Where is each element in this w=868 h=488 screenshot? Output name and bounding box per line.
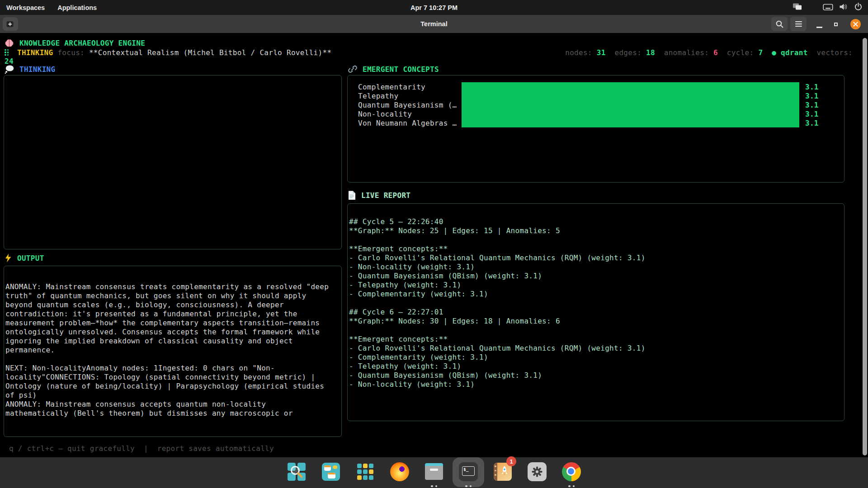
dock-files-icon[interactable] [424, 462, 444, 482]
concept-value: 3.1 [805, 110, 819, 118]
window-switcher-icon[interactable] [792, 3, 803, 13]
clock[interactable]: Apr 7 10:27 PM [0, 4, 868, 11]
concept-value: 3.1 [805, 92, 819, 100]
dock-settings-icon[interactable] [527, 462, 547, 482]
volume-icon[interactable] [839, 3, 848, 13]
search-button[interactable] [771, 17, 788, 31]
page-icon [348, 191, 356, 200]
edges-value: 18 [646, 48, 655, 57]
top-bar: Workspaces Applications Apr 7 10:27 PM [0, 0, 868, 15]
desktop: Workspaces Applications Apr 7 10:27 PM T… [0, 0, 868, 488]
report-line: - Non-locality (weight: 3.1) [349, 380, 844, 389]
dock-notes-icon[interactable]: 1 [493, 462, 513, 482]
thinking-panel-header: THINKING [5, 64, 55, 74]
close-button[interactable] [850, 19, 861, 29]
concept-label: Quantum Bayesianism (… [348, 101, 462, 109]
dock-app-grid-icon[interactable] [355, 462, 375, 482]
report-line [349, 326, 844, 335]
concept-row: Telepathy 3.1 [348, 91, 844, 100]
output-line: ANOMALY: Mainstream consensus accepts qu… [5, 400, 341, 409]
window-title: Terminal [0, 15, 868, 33]
keybinding-hint: q / ctrl+c — quit gracefully | report sa… [5, 444, 274, 453]
status-line: THINKING focus: **Contextual Realism (Mi… [5, 48, 331, 57]
nodes-label: nodes: [565, 48, 597, 57]
report-line: ## Cycle 6 — 22:27:01 [349, 308, 844, 317]
thinking-panel-title: THINKING [19, 65, 55, 74]
output-line: contradiction: it's presented as a funda… [5, 310, 341, 319]
thought-balloon-icon [5, 65, 14, 74]
terminal-prompt-glyph: $_ [463, 467, 468, 472]
report-line: ## Cycle 5 — 22:26:40 [349, 217, 844, 226]
output-panel-header: OUTPUT [5, 253, 44, 263]
status-metrics: nodes: 31 edges: 18 anomalies: 6 cycle: … [565, 48, 853, 57]
report-line: **Graph:** Nodes: 30 | Edges: 18 | Anoma… [349, 317, 844, 326]
dock-search-overview-icon[interactable] [287, 462, 307, 482]
report-panel: ## Cycle 5 — 22:26:40**Graph:** Nodes: 2… [347, 203, 844, 421]
close-icon [853, 22, 858, 27]
output-panel: ANOMALY: Mainstream consensus treats com… [4, 266, 342, 437]
applications-menu[interactable]: Applications [57, 4, 97, 11]
concept-label: Von Neumann Algebras … [348, 119, 462, 127]
concept-value: 3.1 [805, 119, 819, 127]
window-dots [561, 485, 581, 488]
report-line: **Emergent concepts:** [349, 335, 844, 344]
concept-row: Complementarity 3.1 [348, 82, 844, 91]
anomalies-label: anomalies: [655, 48, 713, 57]
maximize-button[interactable] [834, 23, 838, 26]
edges-label: edges: [606, 48, 646, 57]
concept-bar [462, 109, 799, 118]
dock: $_ 1 [0, 457, 868, 488]
gear-glyph [530, 465, 544, 479]
output-line: of psi) [5, 391, 341, 400]
anomalies-value: 6 [713, 48, 718, 57]
concepts-panel-header: EMERGENT CONCEPTS [348, 64, 439, 74]
spinner-icon [5, 49, 9, 56]
concepts-panel: Complementarity 3.1 Telepathy 3.1 Quantu… [347, 75, 844, 183]
report-line: - Carlo Rovelli's Relational Quantum Mec… [349, 344, 844, 353]
output-line [5, 355, 341, 364]
power-icon[interactable] [854, 2, 863, 13]
minimize-button[interactable] [816, 27, 822, 28]
status-state: THINKING [17, 48, 53, 57]
concepts-panel-title: EMERGENT CONCEPTS [363, 65, 439, 74]
search-icon [775, 20, 784, 28]
report-line [349, 235, 844, 244]
dock-chrome-icon[interactable] [561, 462, 581, 482]
report-panel-header: LIVE REPORT [348, 190, 410, 200]
vectors-label: vectors: [808, 48, 853, 57]
output-line: ignoring the implied breakdown of classi… [5, 337, 341, 346]
dock-terminal-icon[interactable]: $_ [458, 462, 478, 482]
qdrant-status-dot: ● [772, 48, 781, 57]
output-line: mathematically (Bell's theorem) but dism… [5, 409, 341, 418]
concept-bar [462, 100, 799, 109]
terminal-scrollbar[interactable] [863, 38, 867, 455]
report-line: - Complementarity (weight: 3.1) [349, 353, 844, 362]
concept-bar [462, 82, 799, 91]
workspaces-menu[interactable]: Workspaces [6, 4, 45, 11]
output-line: ontologically unresolved. Consensus acce… [5, 328, 341, 337]
concept-label: Non-locality [348, 110, 462, 118]
report-line: - Carlo Rovelli's Relational Quantum Mec… [349, 253, 844, 263]
output-panel-title: OUTPUT [17, 254, 44, 263]
report-line: **Emergent concepts:** [349, 244, 844, 253]
menu-button[interactable] [790, 17, 807, 31]
report-line: **Graph:** Nodes: 25 | Edges: 15 | Anoma… [349, 226, 844, 235]
magnifier-glyph [289, 465, 304, 479]
concept-bar [462, 91, 799, 100]
concept-row: Von Neumann Algebras … 3.1 [348, 118, 844, 127]
keyboard-icon[interactable] [823, 3, 833, 13]
concept-row: Non-locality 3.1 [348, 109, 844, 118]
output-line: locality"CONNECTIONS: Topology (spatial … [5, 373, 341, 382]
output-line: beyond quantum scales (e.g., biology, co… [5, 300, 341, 310]
terminal-titlebar[interactable]: Terminal [0, 15, 868, 33]
hamburger-icon [795, 20, 802, 28]
report-line: - Complementarity (weight: 3.1) [349, 290, 844, 299]
dock-workspaces-icon[interactable] [321, 462, 341, 482]
brain-icon [5, 39, 14, 47]
app-header: KNOWLEDGE ARCHAEOLOGY ENGINE [5, 38, 145, 48]
dock-firefox-icon[interactable] [390, 462, 410, 482]
terminal-content: KNOWLEDGE ARCHAEOLOGY ENGINE THINKING fo… [0, 33, 868, 457]
report-line: - Telepathy (weight: 3.1) [349, 281, 844, 290]
output-line: ANOMALY: Mainstream consensus treats com… [5, 282, 341, 291]
report-line: - Telepathy (weight: 3.1) [349, 362, 844, 371]
